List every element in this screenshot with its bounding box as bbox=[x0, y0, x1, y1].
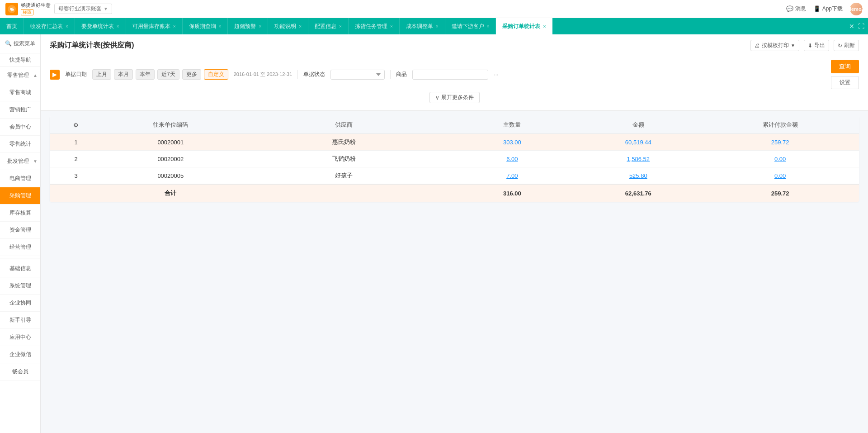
paid-link-1[interactable]: 0.00 bbox=[774, 156, 786, 162]
tab-receive-summary-label: 收发存汇总表 bbox=[30, 23, 63, 30]
sidebar-item-member-label: 畅会员 bbox=[3, 368, 38, 376]
date-custom-button[interactable]: 自定义 bbox=[204, 69, 228, 80]
nav-expand-icon[interactable]: ⛶ bbox=[858, 23, 864, 30]
tab-order-summary[interactable]: 要货单统计表 × bbox=[75, 18, 126, 34]
sidebar-item-retail-store[interactable]: 零售商城 bbox=[0, 84, 40, 101]
sidebar-item-member-center[interactable]: 会员中心 bbox=[0, 119, 40, 136]
top-bar-left: 畅 畅捷通好生意 标版 母婴行业演示账套 ▼ bbox=[5, 2, 112, 15]
search-label: 搜索菜单 bbox=[14, 40, 35, 47]
amount-link-0[interactable]: 60,519.44 bbox=[625, 139, 651, 146]
tab-expiry-query-close-icon[interactable]: × bbox=[219, 24, 222, 29]
refresh-icon: ↻ bbox=[838, 43, 842, 49]
tab-overstock-alert[interactable]: 超储预警 × bbox=[228, 18, 268, 34]
sidebar-item-marketing[interactable]: 营销推广 bbox=[0, 101, 40, 119]
tab-home[interactable]: 首页 bbox=[0, 18, 24, 34]
nav-close-icon[interactable]: ✕ bbox=[849, 23, 854, 30]
sidebar-item-retail-stats[interactable]: 零售统计 bbox=[0, 136, 40, 153]
export-button[interactable]: ⬇ 导出 bbox=[804, 40, 829, 51]
message-button[interactable]: 💬 消息 bbox=[786, 5, 806, 13]
sidebar-item-app-center[interactable]: 应用中心 bbox=[0, 329, 40, 346]
tab-invite-downstream[interactable]: 邀请下游客户 × bbox=[445, 18, 496, 34]
sidebar-item-inventory-check-label: 库存核算 bbox=[3, 209, 38, 217]
tab-cost-adjust[interactable]: 成本调整单 × bbox=[400, 18, 445, 34]
template-print-button[interactable]: 🖨 按模板打印 ▼ bbox=[750, 40, 799, 51]
tab-available-stock[interactable]: 可用量库存账本 × bbox=[126, 18, 183, 34]
cell-supplier-1: 飞鹤奶粉 bbox=[239, 151, 449, 167]
sidebar-item-member[interactable]: 畅会员 bbox=[0, 363, 40, 381]
sidebar-item-ecommerce-mgmt[interactable]: 电商管理 bbox=[0, 170, 40, 187]
tab-invite-downstream-close-icon[interactable]: × bbox=[487, 24, 490, 29]
col-settings-icon[interactable]: ⚙ bbox=[73, 122, 79, 128]
sidebar-item-enterprise-wechat[interactable]: 企业微信 bbox=[0, 346, 40, 363]
expand-more-button[interactable]: ∨ 展开更多条件 bbox=[429, 92, 480, 103]
qty-link-2[interactable]: 7.00 bbox=[506, 172, 518, 179]
sidebar-item-new-guide[interactable]: 新手引导 bbox=[0, 312, 40, 329]
tab-stow-task[interactable]: 拣货任务管理 × bbox=[349, 18, 400, 34]
tab-function-desc-label: 功能说明 bbox=[274, 23, 296, 30]
sidebar-item-basic-info[interactable]: 基础信息 bbox=[0, 260, 40, 277]
refresh-button[interactable]: ↻ 刷新 bbox=[834, 40, 859, 51]
app-download-button[interactable]: 📱 App下载 bbox=[813, 5, 843, 13]
date-quick-7days[interactable]: 近7天 bbox=[157, 69, 179, 80]
sidebar-item-wholesale-mgmt[interactable]: 批发管理 ▼ bbox=[0, 153, 40, 170]
message-label: 消息 bbox=[795, 5, 806, 13]
col-header-paid: 累计付款金额 bbox=[701, 116, 859, 134]
tab-receive-summary-close-icon[interactable]: × bbox=[66, 24, 68, 29]
status-select[interactable] bbox=[330, 70, 385, 80]
amount-link-1[interactable]: 1,586.52 bbox=[627, 156, 650, 162]
tab-cost-adjust-close-icon[interactable]: × bbox=[436, 24, 439, 29]
sidebar-item-finance-mgmt[interactable]: 资金管理 bbox=[0, 222, 40, 239]
cell-code-2: 00020005 bbox=[102, 167, 239, 185]
quick-nav-label: 快捷导航 bbox=[9, 57, 31, 63]
tab-function-desc-close-icon[interactable]: × bbox=[299, 24, 302, 29]
tab-available-stock-close-icon[interactable]: × bbox=[173, 24, 176, 29]
tab-config-info-close-icon[interactable]: × bbox=[339, 24, 342, 29]
search-menu-button[interactable]: 🔍 搜索菜单 bbox=[3, 38, 38, 49]
tab-cost-adjust-label: 成本调整单 bbox=[406, 23, 433, 30]
tab-order-summary-close-icon[interactable]: × bbox=[117, 24, 119, 29]
tab-config-info[interactable]: 配置信息 × bbox=[308, 18, 349, 34]
tab-stow-task-close-icon[interactable]: × bbox=[390, 24, 393, 29]
app-download-icon: 📱 bbox=[813, 5, 821, 12]
goods-more-icon[interactable]: ··· bbox=[494, 71, 498, 78]
tab-receive-summary[interactable]: 收发存汇总表 × bbox=[24, 18, 75, 34]
date-quick-this-year[interactable]: 本年 bbox=[136, 69, 155, 80]
qty-link-1[interactable]: 6.00 bbox=[506, 156, 518, 162]
amount-link-2[interactable]: 525.80 bbox=[629, 172, 647, 179]
goods-input[interactable] bbox=[412, 70, 488, 80]
footer-empty-1 bbox=[50, 184, 102, 202]
query-button[interactable]: 查询 bbox=[831, 60, 859, 73]
date-quick-last-month[interactable]: 上月 bbox=[92, 69, 111, 80]
tab-expiry-query[interactable]: 保质期查询 × bbox=[183, 18, 228, 34]
sidebar-item-inventory-check[interactable]: 库存核算 bbox=[0, 205, 40, 222]
top-bar-right: 💬 消息 📱 App下载 demo2 bbox=[786, 3, 863, 15]
date-quick-more[interactable]: 更多 bbox=[182, 69, 201, 80]
date-quick-this-month[interactable]: 本月 bbox=[114, 69, 133, 80]
cell-code-1: 00020002 bbox=[102, 151, 239, 167]
paid-link-0[interactable]: 259.72 bbox=[771, 139, 789, 146]
tab-purchase-stat[interactable]: 采购订单统计表 × bbox=[496, 18, 552, 34]
page-title: 采购订单统计表(按供应商) bbox=[50, 41, 134, 50]
user-avatar[interactable]: demo2 bbox=[850, 3, 863, 15]
tab-purchase-stat-close-icon[interactable]: × bbox=[543, 24, 546, 29]
sidebar-item-retail-mgmt[interactable]: 零售管理 ▲ bbox=[0, 67, 40, 84]
tab-function-desc[interactable]: 功能说明 × bbox=[268, 18, 308, 34]
workspace-selector[interactable]: 母婴行业演示账套 ▼ bbox=[54, 4, 112, 14]
quick-nav-button[interactable]: 快捷导航 bbox=[0, 53, 40, 67]
footer-amount: 62,631.76 bbox=[575, 184, 701, 202]
sidebar-item-enterprise-collab[interactable]: 企业协同 bbox=[0, 295, 40, 312]
qty-link-0[interactable]: 303.00 bbox=[503, 139, 521, 146]
sidebar-item-purchase-mgmt[interactable]: 采购管理 bbox=[0, 187, 40, 205]
settings-button[interactable]: 设置 bbox=[831, 76, 859, 89]
col-header-qty: 主数量 bbox=[449, 116, 575, 134]
filter-toggle-button[interactable]: ▶ bbox=[50, 70, 60, 80]
tab-overstock-alert-close-icon[interactable]: × bbox=[259, 24, 261, 29]
paid-link-2[interactable]: 0.00 bbox=[774, 172, 786, 179]
table-row: 3 00020005 好孩子 7.00 525.80 0.00 bbox=[50, 167, 859, 185]
cell-amount-2: 525.80 bbox=[575, 167, 701, 185]
sidebar-item-system-mgmt[interactable]: 系统管理 bbox=[0, 277, 40, 295]
sidebar-item-new-guide-label: 新手引导 bbox=[3, 316, 38, 324]
sidebar-item-app-center-label: 应用中心 bbox=[3, 333, 38, 341]
sidebar-item-operation-mgmt[interactable]: 经营管理 bbox=[0, 239, 40, 256]
cell-index-1: 2 bbox=[50, 151, 102, 167]
